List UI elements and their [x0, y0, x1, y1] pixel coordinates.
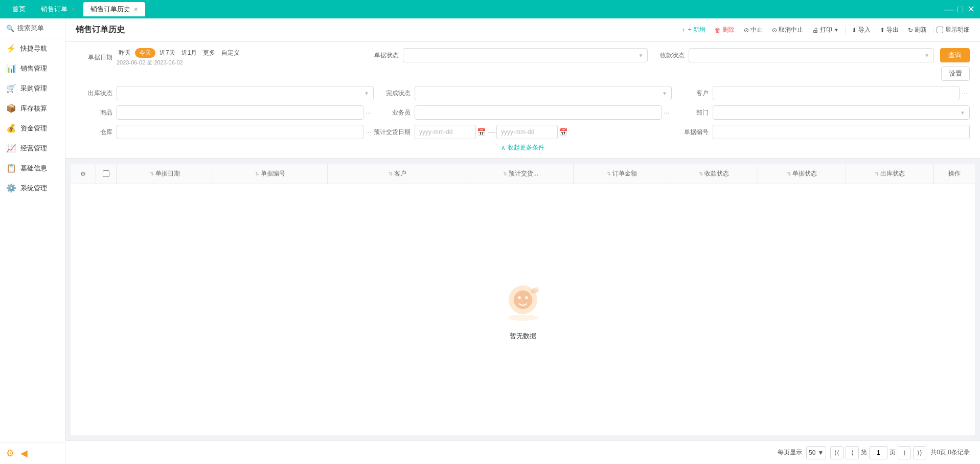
th-check[interactable]	[96, 164, 117, 184]
warehouse-input[interactable]	[117, 125, 363, 139]
select-all-checkbox[interactable]	[103, 170, 109, 177]
quicknav-icon: ⚡	[6, 43, 16, 53]
tab-sales-history-close[interactable]: ✕	[133, 6, 138, 13]
first-page-button[interactable]: ⟨⟨	[830, 446, 844, 459]
system-icon: ⚙️	[6, 183, 16, 193]
sidebar-item-quicknav-label: 快捷导航	[20, 44, 47, 53]
date-tag-more[interactable]: 更多	[201, 48, 217, 58]
query-button[interactable]: 查询	[940, 48, 970, 62]
ship-status-select[interactable]: ▼	[117, 86, 374, 100]
maximize-button[interactable]: □	[958, 4, 963, 15]
pay-status-select[interactable]: ▼	[689, 48, 934, 62]
sidebar-item-purchase[interactable]: 🛒 采购管理	[0, 78, 65, 98]
top-bar: 首页 销售订单 ✕ 销售订单历史 ✕ — □ ✕	[0, 0, 980, 18]
th-order[interactable]: ⇅ 单据编号	[213, 164, 328, 184]
cancel-stop-icon: ⊙	[772, 27, 777, 34]
th-delivery[interactable]: ⇅ 预计交货...	[468, 164, 574, 184]
date-tag-custom[interactable]: 自定义	[219, 48, 242, 58]
date-tag-yesterday[interactable]: 昨天	[117, 48, 133, 58]
settings-button[interactable]: 设置	[941, 67, 970, 81]
delete-button-label: 删除	[722, 26, 735, 34]
import-button-label: 导入	[858, 26, 871, 34]
sidebar-item-operations[interactable]: 📈 经营管理	[0, 138, 65, 158]
prev-page-button[interactable]: ⟨	[846, 446, 859, 459]
delete-button[interactable]: 🗑 删除	[712, 24, 738, 36]
display-toggle[interactable]: 显示明细	[937, 26, 970, 34]
delivery-date-end[interactable]: yyyy-mm-dd	[496, 125, 558, 139]
pagination: 每页显示 50 ▼ ⟨⟨ ⟨ 第 页 ⟩ ⟩⟩ 共0页,0条记录	[65, 440, 980, 464]
calendar-end-icon[interactable]: 📅	[559, 128, 567, 136]
per-page-select[interactable]: 50 ▼	[806, 446, 826, 459]
print-button[interactable]: 🖨 打印 ▼	[809, 24, 842, 36]
dept-label: 部门	[672, 108, 713, 117]
th-settings[interactable]: ⚙	[71, 164, 96, 184]
tab-sales-order[interactable]: 销售订单 ✕	[34, 2, 82, 16]
refresh-button[interactable]: ↻ 刷新	[905, 24, 930, 36]
collapse-sidebar-icon[interactable]: ◀	[20, 448, 28, 459]
salesman-dots[interactable]: ···	[662, 108, 672, 117]
ship-status-label: 出库状态	[76, 89, 117, 98]
product-input[interactable]	[117, 105, 363, 120]
sidebar-item-finance[interactable]: 💰 资金管理	[0, 118, 65, 138]
th-customer[interactable]: ⇅ 客户	[328, 164, 468, 184]
sort-delivery-icon: ⇅	[503, 171, 507, 176]
delivery-date-start[interactable]: yyyy-mm-dd	[415, 125, 476, 139]
export-button[interactable]: ⬆ 导出	[877, 24, 902, 36]
stop-button[interactable]: ⊘ 中止	[741, 24, 766, 36]
warehouse-dots[interactable]: ···	[363, 128, 374, 136]
display-toggle-label: 显示明细	[945, 26, 970, 34]
svg-point-2	[514, 291, 532, 309]
sidebar: 🔍 搜索菜单 ⚡ 快捷导航 📊 销售管理 🛒 采购管理 📦 库存核算 💰 资金管…	[0, 18, 65, 464]
settings-bottom-icon[interactable]: ⚙	[6, 448, 14, 459]
th-pay-label: 收款状态	[704, 169, 729, 178]
product-dots[interactable]: ···	[363, 108, 374, 117]
new-button[interactable]: ＋ + 新增	[677, 24, 709, 36]
tab-sales-order-label: 销售订单	[41, 5, 67, 14]
export-icon: ⬆	[880, 27, 885, 34]
th-delivery-label: 预计交货...	[509, 169, 538, 178]
collapse-button[interactable]: ∧ 收起更多条件	[76, 143, 970, 152]
sidebar-item-sales[interactable]: 📊 销售管理	[0, 58, 65, 78]
customer-input[interactable]	[713, 86, 960, 100]
table-body: 暂无数据	[71, 184, 975, 435]
date-tag-today[interactable]: 今天	[135, 48, 155, 58]
empty-state: 暂无数据	[500, 279, 546, 341]
close-window-button[interactable]: ✕	[967, 4, 975, 15]
order-no-input[interactable]	[713, 125, 970, 139]
complete-status-select[interactable]: ▼	[415, 86, 672, 100]
dept-select[interactable]: ▼	[713, 105, 970, 120]
tab-sales-order-close[interactable]: ✕	[71, 6, 75, 13]
order-status-select[interactable]: ▼	[403, 48, 648, 62]
customer-label: 客户	[672, 89, 713, 98]
page-number-input[interactable]	[869, 446, 887, 459]
sidebar-item-basic-info[interactable]: 📋 基础信息	[0, 158, 65, 178]
tab-home[interactable]: 首页	[5, 2, 33, 16]
sidebar-bottom: ⚙ ◀	[0, 442, 65, 464]
th-status[interactable]: ⇅ 单据状态	[758, 164, 846, 184]
last-page-button[interactable]: ⟩⟩	[913, 446, 926, 459]
sidebar-item-quicknav[interactable]: ⚡ 快捷导航	[0, 38, 65, 58]
th-pay[interactable]: ⇅ 收款状态	[670, 164, 758, 184]
date-tag-7days[interactable]: 近7天	[157, 48, 177, 58]
th-amount[interactable]: ⇅ 订单金额	[574, 164, 670, 184]
sidebar-item-system[interactable]: ⚙️ 系统管理	[0, 178, 65, 198]
th-date[interactable]: ⇅ 单据日期	[117, 164, 213, 184]
next-page-button[interactable]: ⟩	[898, 446, 911, 459]
print-icon: 🖨	[812, 27, 818, 34]
minimize-button[interactable]: —	[944, 4, 953, 15]
sidebar-item-purchase-label: 采购管理	[20, 84, 47, 93]
cancel-stop-button[interactable]: ⊙ 取消中止	[769, 24, 806, 36]
filter-area: 单据日期 昨天 今天 近7天 近1月 更多 自定义 2023-06-02 至 2…	[65, 42, 980, 159]
content-area: 销售订单历史 ＋ + 新增 🗑 删除 ⊘ 中止 ⊙ 取消中止	[65, 18, 980, 464]
import-button[interactable]: ⬇ 导入	[849, 24, 874, 36]
calendar-start-icon[interactable]: 📅	[477, 128, 486, 136]
customer-dots[interactable]: ···	[960, 89, 970, 97]
sidebar-item-inventory[interactable]: 📦 库存核算	[0, 98, 65, 118]
th-ship[interactable]: ⇅ 出库状态	[846, 164, 934, 184]
display-toggle-checkbox[interactable]	[937, 27, 943, 33]
date-tag-1month[interactable]: 近1月	[179, 48, 199, 58]
collapse-arrow-icon: ∧	[501, 144, 506, 151]
tab-sales-history[interactable]: 销售订单历史 ✕	[83, 2, 145, 16]
salesman-input[interactable]	[415, 105, 662, 120]
sidebar-search[interactable]: 🔍 搜索菜单	[0, 18, 65, 38]
